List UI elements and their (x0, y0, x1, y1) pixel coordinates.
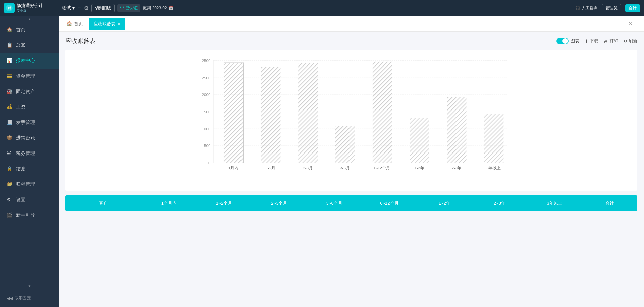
add-project-button[interactable]: + (77, 5, 81, 12)
sales-icon: 📦 (7, 135, 13, 141)
sidebar-item-assets[interactable]: 🏭 固定资产 (0, 84, 59, 99)
pin-icon: ◀◀ (7, 296, 13, 301)
print-icon: 🖨 (604, 39, 608, 44)
sidebar-item-invoice[interactable]: 🧾 发票管理 (0, 115, 59, 130)
sidebar-item-archive[interactable]: 📁 归档管理 (0, 177, 59, 192)
ledger-icon: 📋 (7, 42, 13, 48)
refresh-button[interactable]: ↻ 刷新 (624, 38, 637, 44)
sidebar-scroll-down[interactable]: ▼ (0, 283, 59, 289)
tab-home[interactable]: 🏠 首页 (62, 18, 88, 30)
svg-text:2500: 2500 (202, 76, 211, 80)
svg-text:0: 0 (208, 161, 210, 165)
svg-text:2000: 2000 (202, 92, 211, 97)
table-container: 客户 1个月内 1~2个月 2~3个月 3~6个月 6~12个月 1~2年 2~… (65, 195, 637, 211)
sidebar-item-reports[interactable]: 📊 报表中心 (0, 53, 59, 69)
sidebar-items: 🏠 首页 📋 总账 📊 报表中心 💳 资金管理 🏭 固定资产 💰 工资 (0, 22, 59, 283)
chevron-down-icon: ▾ (72, 5, 75, 11)
svg-rect-30 (410, 118, 429, 163)
shield-icon: 🛡 (120, 6, 124, 10)
calendar-icon[interactable]: 📅 (168, 6, 173, 10)
salary-icon: 💰 (7, 104, 13, 110)
role-button[interactable]: 会计 (625, 4, 640, 12)
svg-text:500: 500 (204, 143, 210, 148)
reports-icon: 📊 (7, 58, 13, 64)
top-header: 财 畅捷通好会计 专业版 测试 ▾ + ⚙ 切到旧版 🛡 已认证 账期 2023… (0, 0, 644, 16)
sidebar-item-home[interactable]: 🏠 首页 (0, 22, 59, 38)
download-button[interactable]: ⬇ 下载 (585, 38, 598, 44)
col-header-6-12m: 6~12个月 (362, 195, 417, 211)
sidebar-item-guide[interactable]: 🎬 新手引导 (0, 208, 59, 223)
svg-text:2-3年: 2-3年 (452, 166, 462, 170)
sidebar-scroll-up[interactable]: ▲ (0, 16, 59, 22)
close-panel-button[interactable]: ✕ (628, 20, 633, 27)
switch-version-button[interactable]: 切到旧版 (91, 4, 115, 12)
sidebar: ▲ 🏠 首页 📋 总账 📊 报表中心 💳 资金管理 🏭 固定资产 (0, 16, 59, 307)
main-layout: ▲ 🏠 首页 📋 总账 📊 报表中心 💳 资金管理 🏭 固定资产 (0, 16, 644, 307)
table-header: 客户 1个月内 1~2个月 2~3个月 3~6个月 6~12个月 1~2年 2~… (65, 195, 637, 211)
pin-sidebar-button[interactable]: ◀◀ 取消固定 (0, 293, 59, 304)
toggle-track[interactable] (556, 38, 569, 44)
content-area: 🏠 首页 应收账龄表 ✕ ✕ ⛶ 应收账龄表 (59, 16, 644, 307)
svg-text:1月内: 1月内 (228, 166, 238, 170)
chart-area: 0 500 1000 1500 2000 2500 2500 (72, 56, 631, 184)
page-actions: 图表 ⬇ 下载 🖨 打印 ↻ 刷新 (556, 38, 637, 44)
svg-rect-32 (447, 97, 467, 163)
sidebar-item-sales[interactable]: 📦 进销台账 (0, 130, 59, 146)
headset-icon: 🎧 (575, 6, 580, 10)
download-icon: ⬇ (585, 39, 588, 44)
page-content: 应收账龄表 图表 ⬇ 下载 🖨 打印 (59, 32, 644, 307)
app-logo-icon: 财 (4, 3, 15, 13)
col-header-customer: 客户 (65, 195, 142, 211)
period-display: 账期 2023-02 📅 (143, 5, 173, 11)
sidebar-item-salary[interactable]: 💰 工资 (0, 99, 59, 115)
toggle-thumb (562, 38, 568, 44)
svg-rect-26 (335, 126, 355, 163)
sidebar-item-tax[interactable]: 🏛 税务管理 (0, 146, 59, 161)
svg-text:1-2月: 1-2月 (266, 166, 275, 170)
user-button[interactable]: 管理员 (602, 4, 621, 12)
col-header-1m: 1个月内 (142, 195, 197, 211)
home-tab-icon: 🏠 (67, 21, 72, 26)
expand-panel-button[interactable]: ⛶ (635, 20, 641, 27)
col-header-1-2m: 1~2个月 (197, 195, 252, 211)
sidebar-item-ledger[interactable]: 📋 总账 (0, 38, 59, 53)
svg-text:3-6月: 3-6月 (340, 166, 350, 170)
chart-container: 0 500 1000 1500 2000 2500 2500 (65, 50, 637, 191)
assets-icon: 🏭 (7, 89, 13, 95)
close-ledger-icon: 🔒 (7, 166, 13, 172)
chart-toggle[interactable]: 图表 (556, 38, 579, 44)
bar-chart-svg: 0 500 1000 1500 2000 2500 2500 (72, 56, 631, 184)
chart-toggle-label: 图表 (571, 38, 579, 44)
page-title: 应收账龄表 (65, 37, 96, 45)
sidebar-item-funds[interactable]: 💳 资金管理 (0, 69, 59, 84)
svg-text:1-2年: 1-2年 (415, 166, 424, 170)
header-nav: 测试 ▾ + ⚙ 切到旧版 🛡 已认证 账期 2023-02 📅 (62, 4, 571, 12)
funds-icon: 💳 (7, 73, 13, 79)
tax-icon: 🏛 (7, 150, 13, 157)
service-button[interactable]: 🎧 人工咨询 (575, 5, 598, 11)
app-edition: 专业版 (17, 8, 43, 13)
svg-rect-19 (224, 63, 244, 163)
header-right: 🎧 人工咨询 管理员 会计 (575, 4, 640, 12)
svg-text:3年以上: 3年以上 (487, 166, 501, 170)
svg-rect-24 (298, 63, 318, 163)
sidebar-item-settings[interactable]: ⚙ 设置 (0, 192, 59, 208)
home-icon: 🏠 (7, 27, 13, 33)
sidebar-item-close[interactable]: 🔒 结账 (0, 161, 59, 177)
col-header-2-3m: 2~3个月 (252, 195, 307, 211)
col-header-2-3y: 2~3年 (472, 195, 527, 211)
print-button[interactable]: 🖨 打印 (604, 38, 618, 44)
tab-aging-report[interactable]: 应收账龄表 ✕ (89, 18, 125, 30)
settings-icon: ⚙ (7, 197, 13, 203)
project-selector[interactable]: 测试 ▾ (62, 5, 75, 11)
col-header-1-2y: 1~2年 (417, 195, 472, 211)
tab-bar: 🏠 首页 应收账龄表 ✕ ✕ ⛶ (59, 16, 644, 32)
col-header-total: 合计 (582, 195, 637, 211)
guide-icon: 🎬 (7, 212, 13, 218)
invoice-icon: 🧾 (7, 120, 13, 126)
refresh-icon: ↻ (624, 39, 627, 44)
svg-text:1500: 1500 (202, 109, 211, 114)
settings-icon-button[interactable]: ⚙ (84, 5, 89, 11)
certified-badge: 🛡 已认证 (117, 4, 140, 12)
tab-close-icon[interactable]: ✕ (117, 21, 121, 26)
